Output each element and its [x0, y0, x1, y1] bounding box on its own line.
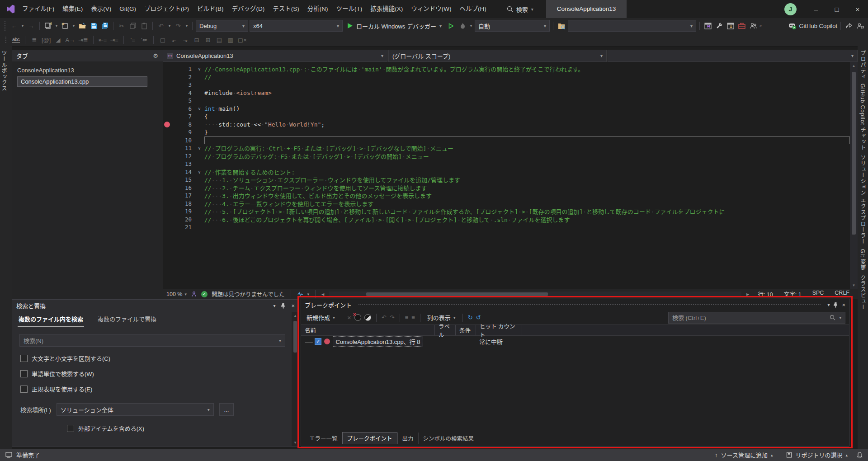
menu-item[interactable]: ビルド(B): [193, 0, 228, 18]
increase-indent-icon[interactable]: ⇥≡: [110, 37, 118, 43]
code-line[interactable]: 11∨//·プログラムの実行:·Ctrl·+·F5·または·[デバッグ]·>·[…: [163, 144, 850, 152]
chevron-down-icon[interactable]: [184, 24, 189, 28]
navigate-back-icon[interactable]: [9, 20, 19, 31]
hot-reload-icon[interactable]: [458, 20, 467, 31]
vs-window-icon[interactable]: [703, 20, 713, 31]
wrench-icon[interactable]: [714, 20, 724, 31]
code-line[interactable]: 16//···2.·チーム·エクスプローラー·ウィンドウを使用してソース管理に接…: [163, 184, 850, 192]
panel-tab-inactive[interactable]: シンボルの検索結果: [418, 433, 479, 444]
spell-check-icon[interactable]: abc: [12, 37, 20, 43]
find-panel-scrollbar[interactable]: [292, 312, 299, 446]
panel-tab-active[interactable]: ブレークポイント: [342, 432, 397, 444]
scrollbar-thumb[interactable]: [852, 72, 856, 235]
toolbox-icon[interactable]: [737, 20, 747, 31]
menu-item[interactable]: ツール(T): [332, 0, 367, 18]
cut-icon[interactable]: [117, 20, 127, 31]
solution-platform-dropdown[interactable]: x64: [250, 20, 343, 32]
window-position-icon[interactable]: [273, 303, 275, 308]
column-header-label[interactable]: ラベル: [435, 325, 456, 335]
code-analysis-icon[interactable]: [297, 291, 303, 297]
decrease-indent-icon[interactable]: ⇤≡: [99, 37, 107, 43]
bell-icon[interactable]: [857, 452, 863, 458]
open-folder-icon[interactable]: [77, 20, 87, 31]
breakpoint-margin[interactable]: [163, 160, 171, 168]
checkbox[interactable]: [67, 425, 74, 432]
checkbox[interactable]: [20, 386, 28, 393]
comment-icon[interactable]: '≡: [129, 37, 137, 43]
close-icon[interactable]: [291, 302, 295, 309]
chevron-down-icon[interactable]: [71, 24, 76, 28]
copy-icon[interactable]: [128, 20, 138, 31]
checkbox[interactable]: [20, 370, 28, 377]
toolbar-grip[interactable]: [4, 21, 6, 31]
code-line[interactable]: 3: [163, 81, 850, 89]
breakpoint-name[interactable]: ConsoleApplication13.cpp、行 8: [333, 336, 423, 347]
scrollbar-thumb[interactable]: [293, 321, 297, 353]
pin-window-icon[interactable]: [726, 20, 736, 31]
add-item-icon[interactable]: ✱: [60, 20, 70, 31]
breakpoint-row[interactable]: ⸺ ✓ ConsoleApplication13.cpp、行 8 常に中断: [301, 336, 849, 347]
new-project-icon[interactable]: ✱: [43, 20, 53, 31]
scroll-up-icon[interactable]: [294, 312, 297, 319]
health-status-text[interactable]: 問題は見つかりませんでした: [212, 290, 285, 298]
code-line[interactable]: 7{: [163, 113, 850, 121]
delete-all-breakpoints-icon[interactable]: [354, 314, 361, 321]
next-bookmark-folder-icon[interactable]: ⊞: [204, 37, 212, 43]
start-debugging-button[interactable]: ローカル Windows デバッガー: [344, 22, 445, 30]
caret-column-indicator[interactable]: 文字: 1: [784, 290, 802, 298]
breakpoint-margin[interactable]: [163, 105, 171, 113]
code-line[interactable]: 12//·プログラムのデバッグ:·F5·または·[デバッグ]·>·[デバッグの開…: [163, 152, 850, 160]
fold-arrow-icon[interactable]: ∨: [194, 146, 204, 151]
breakpoint-margin[interactable]: [163, 216, 171, 224]
find-in-files-folder-icon[interactable]: [557, 20, 566, 31]
toolbar-grip[interactable]: [5, 36, 7, 43]
redo-icon[interactable]: [173, 20, 183, 31]
code-line[interactable]: 6∨int·main(): [163, 105, 850, 113]
chevron-down-icon[interactable]: [469, 24, 473, 28]
scope-dropdown[interactable]: (グローバル スコープ): [388, 50, 607, 62]
code-area[interactable]: 1∨//·ConsoleApplication13.cpp·:·このファイルには…: [163, 62, 850, 289]
minimize-button[interactable]: [806, 0, 826, 18]
menu-item[interactable]: プロジェクト(P): [140, 0, 193, 18]
prev-bookmark-folder-icon[interactable]: ⊟: [193, 37, 201, 43]
code-line[interactable]: 4#include·<iostream>: [163, 89, 850, 97]
breakpoints-search-input[interactable]: 検索 (Ctrl+E): [668, 312, 845, 324]
toggle-bookmark-icon[interactable]: ▢: [159, 37, 167, 43]
menu-item[interactable]: 表示(V): [87, 0, 115, 18]
tab-replace-in-files[interactable]: 複数のファイルで置換: [97, 313, 157, 327]
window-position-icon[interactable]: [827, 302, 830, 307]
code-line[interactable]: 17//···3.·出力ウィンドウを使用して、ビルド出力とその他のメッセージを表…: [163, 192, 850, 200]
chevron-down-icon[interactable]: [167, 24, 172, 28]
code-line[interactable]: 13: [163, 160, 850, 168]
line-ending-indicator[interactable]: CRLF: [835, 290, 849, 298]
breakpoint-enabled-checkbox[interactable]: ✓: [315, 338, 321, 345]
tabs-panel-document-item[interactable]: ConsoleApplication13.cpp: [17, 76, 147, 87]
panel-tab-inactive[interactable]: エラー一覧: [305, 433, 342, 444]
scroll-down-icon[interactable]: [294, 439, 297, 446]
pin-icon[interactable]: [281, 303, 286, 309]
breakpoint-margin[interactable]: [163, 65, 171, 73]
code-line[interactable]: 10: [163, 136, 850, 145]
code-line[interactable]: 2//: [163, 73, 850, 81]
project-dropdown[interactable]: ++ ConsoleApplication13: [163, 50, 387, 62]
undo-icon[interactable]: [156, 20, 166, 31]
next-bookmark-doc-icon[interactable]: ▥: [226, 37, 235, 43]
clear-bookmarks-icon[interactable]: ▢×: [238, 37, 247, 43]
maximize-button[interactable]: [826, 0, 847, 18]
surround-with-icon[interactable]: ⇥≣: [78, 37, 88, 43]
share-icon[interactable]: [844, 20, 854, 31]
chevron-down-icon[interactable]: [307, 292, 310, 296]
menu-item[interactable]: Git(G): [115, 0, 140, 18]
close-icon[interactable]: [842, 301, 845, 308]
find-search-input[interactable]: 検索(N): [19, 334, 285, 347]
code-line[interactable]: 15//···1.·ソリューション·エクスプローラー·ウィンドウを使用してファイ…: [163, 176, 850, 184]
column-header-condition[interactable]: 条件: [456, 325, 476, 335]
breakpoint-margin[interactable]: [163, 97, 171, 105]
breakpoint-margin[interactable]: [163, 81, 171, 89]
scroll-up-icon[interactable]: [853, 62, 855, 69]
undo-icon[interactable]: [382, 314, 387, 321]
breakpoint-margin[interactable]: [163, 136, 171, 145]
uncomment-icon[interactable]: '⇍: [140, 37, 148, 43]
auto-attach-dropdown[interactable]: 自動: [475, 20, 550, 32]
menu-item[interactable]: 分析(N): [303, 0, 332, 18]
